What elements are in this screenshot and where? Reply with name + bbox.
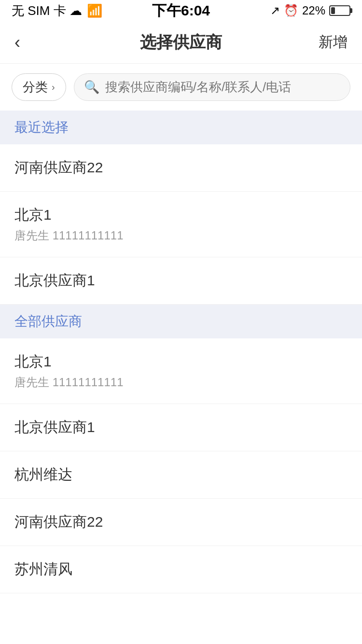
back-button[interactable]: ‹ <box>14 32 53 53</box>
status-left: 无 SIM 卡 ☁ 📶 <box>12 2 102 19</box>
item-name: 河南供应商22 <box>14 512 348 532</box>
location-icon: ↗ <box>270 4 280 17</box>
item-name: 苏州清风 <box>14 560 348 579</box>
recent-items-list: 河南供应商22 北京1 唐先生 11111111111 北京供应商1 <box>0 144 362 305</box>
item-detail: 唐先生 11111111111 <box>14 375 348 390</box>
all-section-label: 全部供应商 <box>14 314 82 329</box>
alarm-icon: ⏰ <box>284 4 298 17</box>
list-item[interactable]: 苏州清风 <box>0 546 362 593</box>
battery-icon <box>329 5 350 16</box>
all-section-header: 全部供应商 <box>0 305 362 338</box>
filter-bar: 分类 › 🔍 <box>0 64 362 111</box>
list-item[interactable]: 杭州维达 <box>0 451 362 499</box>
wifi-icon: 📶 <box>87 3 102 18</box>
item-name: 杭州维达 <box>14 465 348 485</box>
item-name: 河南供应商22 <box>14 158 348 178</box>
battery-fill <box>331 7 335 14</box>
chevron-right-icon: › <box>52 82 55 93</box>
battery-percent: 22% <box>302 4 325 17</box>
category-label: 分类 <box>23 79 48 96</box>
list-item[interactable]: 北京1 唐先生 11111111111 <box>0 192 362 257</box>
item-name: 北京1 <box>14 352 348 372</box>
item-detail: 唐先生 11111111111 <box>14 228 348 243</box>
recent-section-label: 最近选择 <box>14 120 69 135</box>
page-title: 选择供应商 <box>53 31 309 54</box>
list-item[interactable]: 北京供应商1 <box>0 257 362 305</box>
new-add-button[interactable]: 新增 <box>309 32 348 52</box>
search-icon: 🔍 <box>84 80 99 95</box>
search-box[interactable]: 🔍 <box>74 73 350 101</box>
list-item[interactable]: 北京1 唐先生 11111111111 <box>0 338 362 404</box>
status-time: 下午6:04 <box>152 1 210 21</box>
status-bar: 无 SIM 卡 ☁ 📶 下午6:04 ↗ ⏰ 22% <box>0 0 362 21</box>
list-item[interactable]: 河南供应商22 <box>0 499 362 546</box>
search-input[interactable] <box>105 80 340 95</box>
item-name: 北京供应商1 <box>14 418 348 437</box>
list-item[interactable]: 北京供应商1 <box>0 404 362 451</box>
item-name: 北京1 <box>14 205 348 225</box>
sim-status: 无 SIM 卡 ☁ <box>12 2 82 19</box>
status-right: ↗ ⏰ 22% <box>270 4 350 17</box>
recent-section-header: 最近选择 <box>0 111 362 144</box>
nav-bar: ‹ 选择供应商 新增 <box>0 21 362 64</box>
category-button[interactable]: 分类 › <box>12 73 66 101</box>
item-name: 北京供应商1 <box>14 271 348 291</box>
all-items-list: 北京1 唐先生 11111111111 北京供应商1 杭州维达 河南供应商22 … <box>0 338 362 593</box>
list-item[interactable]: 河南供应商22 <box>0 144 362 192</box>
